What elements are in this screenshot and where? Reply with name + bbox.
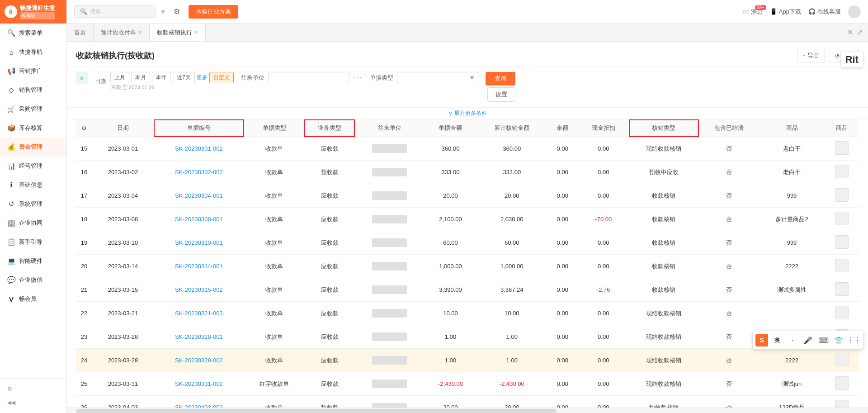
voucher-link[interactable]: SK-20230403-002 — [175, 404, 223, 408]
online-service-button[interactable]: 🎧 在线客服 — [808, 8, 841, 16]
filter-date-group: 日期 上月 本月 本年 近7天 更多 自定义 不限 至 2023-07-26 — [95, 72, 234, 91]
filter-collapse-button[interactable]: » — [76, 72, 88, 84]
row-counterparty: ████ — [355, 325, 424, 349]
row-voucher-type: 收款单 — [244, 396, 304, 408]
voucher-link[interactable]: SK-20230310-001 — [175, 239, 223, 246]
voucher-link[interactable]: SK-20230301-002 — [175, 145, 223, 152]
row-goods-img — [825, 396, 859, 408]
table-row: 24 2023-03-28 SK-20230328-002 收款单 应收款 ██… — [76, 349, 859, 372]
tabbar-close-all[interactable]: ✕ — [847, 28, 853, 37]
voucher-link[interactable]: SK-20230308-001 — [175, 216, 223, 223]
sidebar: 6 畅捷通好生意 标推版 🔍 搜索菜单 ⌂ 快捷导航 📢 营销推广 ◇ 销售管理… — [0, 0, 67, 413]
date-7days[interactable]: 近7天 — [173, 72, 195, 83]
sidebar-item-quick-nav[interactable]: ⌂ 快捷导航 — [0, 43, 66, 62]
dot-icon[interactable]: · — [786, 334, 799, 347]
row-verify-type: 收款核销 — [629, 184, 699, 208]
sidebar-item-hardware[interactable]: 💻 智能硬件 — [0, 252, 66, 271]
apps-icon[interactable]: ⋮⋮ — [848, 334, 860, 347]
table-row: 26 2023-04-03 SK-20230403-002 收款单 预收款 ██… — [76, 396, 859, 408]
row-verify-amount: 20.00 — [477, 396, 547, 408]
logo-text: 畅捷通好生意 标推版 — [20, 4, 55, 19]
sidebar-item-guide[interactable]: 📋 新手引导 — [0, 233, 66, 252]
topbar-search-box: 🔍 搜索... — [74, 5, 156, 18]
sidebar-collapse[interactable]: ◀◀ — [0, 396, 23, 409]
sidebar-item-inventory[interactable]: 📦 库存核算 — [0, 119, 66, 138]
sidebar-item-marketing[interactable]: 📢 营销推广 — [0, 62, 66, 81]
voucher-type-select[interactable]: 收款单 红字收款单 — [397, 72, 478, 83]
row-goods — [759, 302, 825, 325]
tabbar-expand[interactable]: ⤢ — [857, 28, 863, 37]
row-verify-amount: -2,430.00 — [477, 372, 547, 396]
search-icon: 🔍 — [80, 8, 87, 15]
sidebar-item-label: 企业微信 — [19, 276, 42, 284]
shirt-icon[interactable]: 👕 — [832, 334, 845, 347]
tab-prepay[interactable]: 预计应收付单 × — [94, 24, 150, 41]
date-last-month[interactable]: 上月 — [110, 72, 129, 83]
export-button[interactable]: ↑ 导出 — [797, 49, 826, 62]
row-verify-amount: 360.00 — [477, 137, 547, 161]
counterparty-input[interactable] — [268, 72, 349, 83]
row-goods-img — [825, 208, 859, 231]
row-voucher-no: SK-20230308-001 — [154, 208, 244, 231]
sidebar-item-wechat[interactable]: 💬 企业微信 — [0, 271, 66, 290]
tab-prepay-close[interactable]: × — [139, 29, 142, 36]
page-header: 收款核销执行(按收款) ↑ 导出 ↺ 刷新 — [67, 42, 868, 66]
voucher-link[interactable]: SK-20230321-003 — [175, 310, 223, 317]
sidebar-item-search-menu[interactable]: 🔍 搜索菜单 — [0, 24, 66, 43]
user-avatar[interactable] — [848, 5, 861, 18]
row-index: 26 — [76, 396, 92, 408]
row-cash-discount: 0.00 — [578, 184, 629, 208]
voucher-link[interactable]: SK-20230328-002 — [175, 357, 223, 364]
sidebar-item-sales[interactable]: ◇ 销售管理 — [0, 81, 66, 100]
sougou-s-icon[interactable]: S — [755, 334, 768, 347]
tab-collection-verify[interactable]: 收款核销执行 × — [150, 24, 206, 41]
query-button[interactable]: 查询 — [486, 72, 515, 85]
notification-button[interactable]: 📨 消息 99+ — [742, 8, 763, 16]
voucher-link[interactable]: SK-20230302-002 — [175, 169, 223, 176]
sidebar-item-enterprise[interactable]: 🏢 企业协同 — [0, 214, 66, 233]
tab-collection-close[interactable]: × — [195, 29, 198, 36]
th-include-settled: 包含已结清 — [699, 119, 759, 137]
table-settings-icon[interactable]: ⚙ — [81, 125, 87, 132]
row-verify-amount: 1,000.00 — [477, 255, 547, 278]
sidebar-item-finance[interactable]: 💰 资金管理 — [0, 138, 66, 157]
filter-settings-button[interactable]: 设置 — [487, 87, 515, 102]
sidebar-item-system[interactable]: ↺ 系统管理 — [0, 195, 66, 214]
app-download-button[interactable]: 📱 App下载 — [770, 8, 801, 16]
sidebar-item-operation[interactable]: 📊 经营管理 — [0, 157, 66, 176]
row-verify-amount: 2,030.00 — [477, 208, 547, 231]
sidebar-item-member[interactable]: V 畅会员 — [0, 290, 66, 309]
keyboard-icon[interactable]: ⌨ — [817, 334, 830, 347]
row-counterparty: ████ — [355, 372, 424, 396]
row-cash-discount: 0.00 — [578, 231, 629, 255]
microphone-icon[interactable]: 🎤 — [802, 334, 814, 347]
gear-button[interactable]: ⚙ — [170, 5, 183, 18]
solution-button[interactable]: 体验行业方案 — [189, 5, 238, 19]
sidebar-item-purchase[interactable]: 🛒 采购管理 — [0, 100, 66, 119]
table-scrollbar[interactable] — [67, 408, 868, 413]
filter-expand-bar[interactable]: ∨ 展开更多条件 — [67, 108, 868, 119]
voucher-link[interactable]: SK-20230314-001 — [175, 263, 223, 270]
expand-more-label: 展开更多条件 — [454, 109, 487, 117]
date-custom[interactable]: 自定义 — [209, 72, 234, 83]
date-more[interactable]: 更多 — [197, 74, 208, 81]
date-this-month[interactable]: 本月 — [131, 72, 150, 83]
row-date: 2023-03-31 — [92, 372, 154, 396]
tab-home[interactable]: 首页 — [67, 24, 94, 41]
voucher-link[interactable]: SK-20230331-002 — [175, 380, 223, 387]
counterparty-more-icon[interactable]: ··· — [353, 73, 363, 82]
th-settings[interactable]: ⚙ — [76, 119, 92, 137]
sidebar-settings[interactable]: ⚙ — [0, 382, 66, 396]
date-this-year[interactable]: 本年 — [152, 72, 171, 83]
row-amount: 60.00 — [424, 231, 477, 255]
sidebar-item-basic-info[interactable]: ℹ 基础信息 — [0, 176, 66, 195]
voucher-link[interactable]: SK-20230304-001 — [175, 192, 223, 199]
voucher-link[interactable]: SK-20230328-001 — [175, 333, 223, 340]
logo-icon: 6 — [5, 5, 17, 18]
voucher-link[interactable]: SK-20230315-002 — [175, 286, 223, 293]
dropdown-icon[interactable]: ▾ — [161, 7, 165, 17]
main-area: 🔍 搜索... ▾ ⚙ 体验行业方案 📨 消息 99+ 📱 App下载 🎧 在线… — [67, 0, 868, 413]
topbar: 🔍 搜索... ▾ ⚙ 体验行业方案 📨 消息 99+ 📱 App下载 🎧 在线… — [67, 0, 868, 24]
english-input-icon[interactable]: 英 — [771, 334, 783, 347]
table-container[interactable]: ⚙ 日期 单据编号 单据类型 业务类型 往来单位 单据金额 累计核销金额 余额 … — [67, 119, 868, 408]
